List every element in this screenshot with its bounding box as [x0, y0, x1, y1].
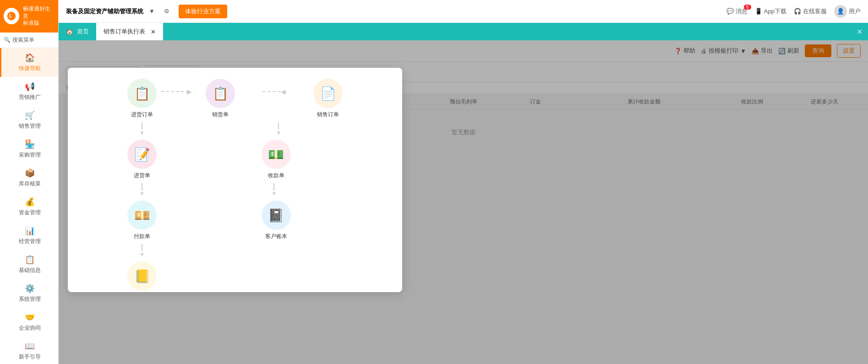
online-service-button[interactable]: 🎧 在线客服: [794, 7, 827, 16]
sidebar-item-marketing[interactable]: 📢 营销推广: [0, 77, 58, 106]
service-icon: 🎧: [794, 8, 801, 15]
sidebar: 6 畅康通好生意 标准版 🔍 搜索菜单 🏠 快捷导航 📢 营销推广 🛒 销售管理: [0, 0, 59, 364]
settings-button[interactable]: ⚙: [160, 5, 173, 18]
finance-icon: 💰: [25, 197, 35, 207]
system-dropdown[interactable]: ▼: [149, 8, 155, 15]
tab-close-button[interactable]: ✕: [151, 28, 156, 35]
customer-ledger-icon: 📓: [262, 201, 291, 230]
sidebar-item-purchase[interactable]: 🏪 采购管理: [0, 135, 58, 163]
sidebar-item-quick-nav[interactable]: 🏠 快捷导航: [0, 48, 58, 77]
flow-diagram: 📋 进货订单 ▼ 📝 进货单: [79, 79, 391, 292]
basic-info-icon: 📋: [25, 255, 35, 265]
header: 装备及固定资产辅助管理系统 ▼ ⚙ 体验行业方案 💬 消息 6 📱 App下载: [59, 0, 868, 23]
arrow-v4: ▼: [276, 122, 282, 136]
purchase-icon: 🏪: [25, 139, 35, 149]
flow-col-right: 📋 销货单 ◀ 📄 销售订单: [206, 79, 343, 240]
trial-button[interactable]: 体验行业方案: [179, 5, 227, 18]
marketing-icon: 📢: [25, 81, 35, 92]
dropdown-arrow-icon: ▼: [149, 8, 155, 15]
flow-col-left: 📋 进货订单 ▼ 📝 进货单: [127, 79, 157, 292]
tab-sales-order-exec[interactable]: 销售订单执行表 ✕: [96, 23, 163, 40]
message-icon: 💬: [726, 8, 734, 15]
purchase-order-icon: 📋: [127, 79, 157, 108]
flow-node-receipt[interactable]: 💵 收款单: [262, 140, 291, 179]
operations-icon: 📊: [25, 226, 35, 236]
tab-bar-close-button[interactable]: ✕: [857, 27, 863, 36]
tab-bar: 🏠 首页 销售订单执行表 ✕ ✕: [59, 23, 868, 40]
quick-nav-modal: 📋 进货订单 ▼ 📝 进货单: [68, 68, 402, 292]
sidebar-item-finance[interactable]: 💰 资金管理: [0, 192, 58, 221]
sales-bill-icon: 📋: [206, 79, 235, 108]
sidebar-item-sales[interactable]: 🛒 销售管理: [0, 106, 58, 135]
newbie-icon: 📖: [25, 341, 35, 351]
arrow-v5: ▼: [272, 183, 277, 197]
avatar: 👤: [834, 5, 847, 18]
arrow-v3: ▼: [139, 244, 145, 258]
header-actions: 💬 消息 6 📱 App下载 🎧 在线客服 👤 用户: [726, 5, 861, 18]
main-content: 装备及固定资产辅助管理系统 ▼ ⚙ 体验行业方案 💬 消息 6 📱 App下载: [59, 0, 868, 364]
avatar-icon: 👤: [837, 8, 844, 15]
arrow-h1: ▶: [161, 79, 192, 95]
home-tab-icon: 🏠: [66, 28, 73, 35]
sales-order-icon: 📄: [313, 79, 343, 108]
user-menu[interactable]: 👤 用户: [834, 5, 861, 18]
quick-nav-icon: 🏠: [25, 53, 35, 63]
logo-text: 畅康通好生意 标准版: [23, 5, 55, 27]
flow-node-purchase-bill[interactable]: 📝 进货单: [127, 140, 157, 179]
sidebar-item-collab[interactable]: 🤝 企业协同: [0, 308, 58, 337]
flow-node-supplier-ledger[interactable]: 📒 供应商账本: [127, 261, 157, 292]
system-icon: ⚙️: [25, 283, 35, 293]
flow-node-sales-order[interactable]: 📄 销售订单: [313, 79, 343, 119]
sidebar-item-system[interactable]: ⚙️ 系统管理: [0, 279, 58, 308]
app-download-button[interactable]: 📱 App下载: [755, 7, 786, 16]
sidebar-item-inventory[interactable]: 📦 库存核算: [0, 163, 58, 192]
payment-icon: 💴: [127, 201, 157, 230]
sidebar-search[interactable]: 🔍 搜索菜单: [0, 33, 58, 48]
inventory-icon: 📦: [25, 168, 35, 178]
system-name: 装备及固定资产辅助管理系统: [66, 7, 143, 16]
sidebar-menu: 🏠 快捷导航 📢 营销推广 🛒 销售管理 🏪 采购管理 📦 库存核算 💰: [0, 48, 58, 364]
gear-icon: ⚙: [164, 8, 169, 15]
sidebar-item-newbie[interactable]: 📖 新手引导: [0, 337, 58, 364]
flow-node-sales-bill[interactable]: 📋 销货单: [206, 79, 235, 119]
collab-icon: 🤝: [25, 312, 35, 322]
receipt-icon: 💵: [262, 140, 291, 169]
download-icon: 📱: [755, 8, 762, 15]
purchase-bill-icon: 📝: [127, 140, 157, 169]
modal-overlay[interactable]: 📋 进货订单 ▼ 📝 进货单: [59, 40, 868, 364]
flow-node-purchase-order[interactable]: 📋 进货订单: [127, 79, 157, 119]
arrow-v1: ▼: [139, 122, 145, 136]
sidebar-item-operations[interactable]: 📊 经营管理: [0, 221, 58, 250]
search-icon: 🔍: [4, 37, 11, 43]
sidebar-item-basic-info[interactable]: 📋 基础信息: [0, 250, 58, 279]
flow-node-payment[interactable]: 💴 付款单: [127, 201, 157, 240]
flow-node-customer-ledger[interactable]: 📓 客户账本: [262, 201, 291, 240]
sidebar-logo: 6 畅康通好生意 标准版: [0, 0, 58, 33]
tab-home[interactable]: 🏠 首页: [59, 23, 96, 40]
svg-text:6: 6: [9, 13, 12, 19]
sales-icon: 🛒: [25, 110, 35, 120]
content-area: ❓ 帮助 🖨 按模板打印 ▼ 📤 导出 🔄 刷新 查询 设置: [59, 40, 868, 364]
logo-icon: 6: [4, 8, 19, 24]
message-badge: 6: [744, 5, 751, 10]
message-button[interactable]: 💬 消息 6: [726, 7, 748, 16]
arrow-v2: ▼: [139, 183, 145, 197]
supplier-ledger-icon: 📒: [127, 261, 157, 291]
